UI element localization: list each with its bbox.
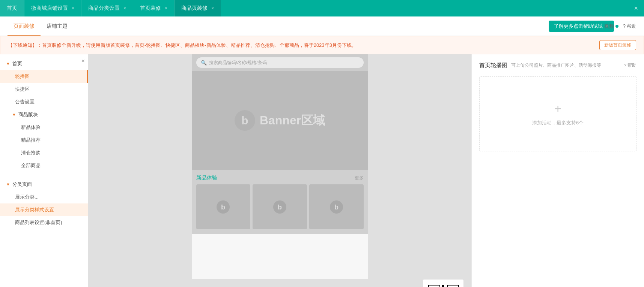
sidebar-collapse-button[interactable]: « [81, 57, 85, 64]
product-icon-1: b [217, 200, 230, 214]
product-section-more: 更多 [355, 175, 364, 181]
new-version-button[interactable]: 新版首页装修 [599, 40, 636, 50]
close-store-settings[interactable]: × [72, 6, 74, 11]
tab-category-settings[interactable]: 商品分类设置 × [81, 0, 133, 16]
sidebar-group-home-label: 首页 [12, 60, 22, 67]
close-product-decor[interactable]: × [211, 6, 214, 11]
svg-text:b: b [241, 114, 248, 127]
arrow-down-icon: ▼ [6, 61, 10, 66]
sidebar: « ▼ 首页 轮播图 快捷区 公告设置 ▼ 商品版块 新品体验 [0, 54, 88, 287]
search-icon: 🔍 [201, 60, 207, 66]
sidebar-category-section: ▼ 分类页面 展示分类... 展示分类样式设置 商品列表设置(非首页) [0, 175, 88, 232]
global-close-button[interactable]: × [628, 0, 644, 16]
notice-bar: 【下线通知】：首页装修全新升级，请使用新版首页装修，首页-轮播图、快捷区、商品板… [0, 36, 644, 54]
qr-overlay: 扫码预览效果 [423, 279, 464, 287]
sidebar-home-section: ▼ 首页 轮播图 快捷区 公告设置 ▼ 商品版块 新品体验 精品推荐 [0, 54, 88, 175]
phone-frame: 🔍 搜索商品编码/名称/规格/条码 b Banner区域 新品 [192, 54, 368, 279]
sidebar-item-show-category[interactable]: 展示分类... [0, 191, 88, 203]
help-button[interactable]: ? 帮助 [623, 23, 636, 30]
help-banner-text: 了解更多点击帮助试试 [554, 23, 603, 30]
right-panel: 首页轮播图 可上传公司照片、商品推广图片、活动海报等 ? 帮助 + 添加活动，最… [471, 54, 644, 287]
close-home-decor[interactable]: × [165, 6, 167, 11]
product-icon-2: b [273, 200, 286, 214]
sidebar-item-category-style[interactable]: 展示分类样式设置 [0, 203, 88, 216]
preview-area: 🔍 搜索商品编码/名称/规格/条码 b Banner区域 新品 [88, 54, 471, 287]
qr-code [427, 283, 460, 287]
help-label: 帮助 [627, 23, 636, 30]
video-label: 视频 [604, 23, 614, 30]
product-icon-3: b [330, 200, 343, 214]
banner-text: Banner区域 [260, 112, 325, 129]
video-dot [615, 25, 618, 28]
product-card-3: b [309, 184, 364, 229]
sidebar-item-product-list[interactable]: 商品列表设置(非首页) [0, 216, 88, 229]
sidebar-group-home[interactable]: ▼ 首页 [0, 57, 88, 70]
add-label: 添加活动，最多支持6个 [532, 120, 584, 126]
sub-tab-page-decor[interactable]: 页面装修 [8, 16, 41, 36]
sidebar-item-premium[interactable]: 精品推荐 [0, 134, 88, 146]
svg-text:b: b [334, 203, 339, 211]
svg-text:b: b [278, 203, 282, 211]
sidebar-item-clearance[interactable]: 清仓抢购 [0, 146, 88, 159]
arrow-down-icon-product: ▼ [12, 112, 16, 117]
product-section: 新品体验 更多 b b [192, 170, 368, 234]
add-activity-area[interactable]: + 添加活动，最多支持6个 [479, 76, 636, 151]
phone-search-box[interactable]: 🔍 搜索商品编码/名称/规格/条码 [196, 57, 364, 68]
help-question-icon: ? [624, 63, 626, 68]
right-panel-desc: 可上传公司照片、商品推广图片、活动海报等 [511, 62, 620, 69]
svg-text:b: b [221, 203, 225, 211]
arrow-down-icon-category: ▼ [6, 182, 10, 187]
video-button[interactable]: 视频 [604, 23, 618, 30]
sidebar-item-notice[interactable]: 公告设置 [0, 96, 88, 108]
sidebar-item-new-experience[interactable]: 新品体验 [0, 121, 88, 134]
tab-home-decor[interactable]: 首页装修 × [133, 0, 175, 16]
question-icon: ? [623, 23, 626, 29]
notice-text: 【下线通知】：首页装修全新升级，请使用新版首页装修，首页-轮播图、快捷区、商品板… [8, 42, 357, 49]
sidebar-item-all-products[interactable]: 全部商品 [0, 159, 88, 172]
sidebar-product-block-label: 商品版块 [18, 111, 38, 118]
sub-tab-bar: 页面装修 店铺主题 了解更多点击帮助试试 × 视频 ? 帮助 [0, 16, 644, 36]
right-panel-header: 首页轮播图 可上传公司照片、商品推广图片、活动海报等 ? 帮助 [479, 62, 636, 69]
right-panel-help[interactable]: ? 帮助 [624, 62, 636, 69]
add-plus-icon: + [554, 102, 561, 116]
search-placeholder: 搜索商品编码/名称/规格/条码 [209, 60, 267, 66]
sidebar-item-shortcut[interactable]: 快捷区 [0, 83, 88, 96]
sidebar-group-category[interactable]: ▼ 分类页面 [0, 178, 88, 191]
banner-content: b Banner区域 [235, 110, 325, 131]
sub-tab-store-theme[interactable]: 店铺主题 [41, 16, 74, 36]
sub-tab-right-actions: 视频 ? 帮助 [604, 23, 636, 30]
product-section-header: 新品体验 更多 [196, 175, 364, 181]
right-panel-title: 首页轮播图 [479, 62, 507, 69]
phone-search-bar: 🔍 搜索商品编码/名称/规格/条码 [192, 54, 368, 71]
main-layout: « ▼ 首页 轮播图 快捷区 公告设置 ▼ 商品版块 新品体验 [0, 54, 644, 287]
tab-bar: 首页 微商城店铺设置 × 商品分类设置 × 首页装修 × 商品页装修 × × [0, 0, 644, 16]
tab-store-settings[interactable]: 微商城店铺设置 × [24, 0, 81, 16]
right-panel-help-label: 帮助 [627, 62, 636, 69]
sidebar-item-carousel[interactable]: 轮播图 [0, 70, 88, 83]
product-card-2: b [253, 184, 307, 229]
banner-area: b Banner区域 [192, 71, 368, 170]
product-card-1: b [196, 184, 251, 229]
tab-product-decor[interactable]: 商品页装修 × [175, 0, 221, 16]
tab-home[interactable]: 首页 [0, 0, 24, 16]
sidebar-group-product-block[interactable]: ▼ 商品版块 [0, 108, 88, 121]
product-section-title: 新品体验 [196, 175, 217, 181]
banner-b-icon: b [235, 110, 255, 131]
close-category-settings[interactable]: × [123, 6, 126, 11]
svg-rect-15 [442, 285, 444, 287]
sidebar-group-category-label: 分类页面 [12, 181, 32, 188]
product-grid: b b b [196, 184, 364, 229]
